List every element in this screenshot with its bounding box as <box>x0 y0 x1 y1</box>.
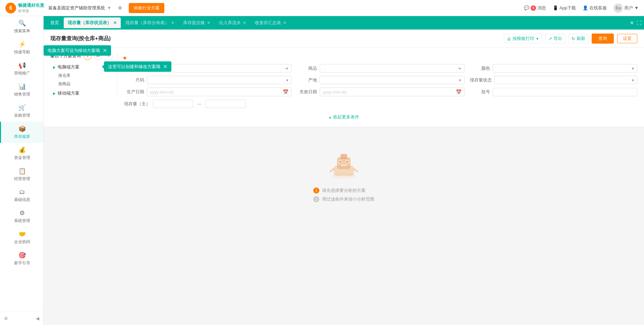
sidebar-item-basic-info[interactable]: 🗂 基础信息 <box>0 185 43 206</box>
tab-home[interactable]: 首页 <box>46 17 63 28</box>
tooltip-create-scheme: 这里可以创建和修改方案哦 ✕ <box>104 61 171 72</box>
trial-button[interactable]: 体验行业方案 <box>129 3 164 13</box>
empty-tips: 1 请先选择要分析的方案 2 用过滤条件来缩小分析范围 <box>313 187 374 202</box>
operations-icon: 📋 <box>18 167 26 175</box>
goods-more-icon: ⋯ <box>458 66 462 71</box>
set-button[interactable]: 设置 <box>617 34 637 43</box>
svg-line-9 <box>330 169 334 171</box>
app-download-item[interactable]: 📱 App下载 <box>553 5 576 11</box>
sidebar-item-label: 营销推广 <box>14 70 30 76</box>
stock-main-to[interactable] <box>206 100 246 108</box>
stock-status-select[interactable] <box>494 76 637 84</box>
empty-tip-2: 2 用过滤条件来缩小分析范围 <box>313 196 374 202</box>
scheme-item-by-warehouse[interactable]: 按仓库 <box>50 71 114 80</box>
avatar: Ea <box>613 3 623 13</box>
exp-date-calendar-icon: 📅 <box>456 89 462 95</box>
tooltip-close-create[interactable]: ✕ <box>163 63 167 70</box>
sidebar-item-label: 资金管理 <box>14 155 30 161</box>
system-title-dropdown-icon[interactable]: ▼ <box>107 5 111 10</box>
exp-date-input[interactable]: yyyy-mm-dd 📅 <box>320 88 464 96</box>
tab-in-out-flow[interactable]: 出入库流水 ✕ <box>215 17 250 28</box>
user-menu[interactable]: Ea 用户 ▼ <box>613 3 639 13</box>
tab-batch-account[interactable]: 库存批次账 ✕ <box>179 17 214 28</box>
svg-rect-3 <box>340 154 347 159</box>
sidebar-item-label: 快捷导航 <box>14 49 30 55</box>
sidebar-item-label: 采购管理 <box>14 113 30 118</box>
refresh-button[interactable]: ↻ 刷新 <box>569 34 588 43</box>
mfg-date-calendar-icon: 📅 <box>283 89 288 95</box>
page-header: 现存量查询(按仓库+商品) 🖨 按模板打印 ▼ ↗ 导出 ↻ <box>44 30 644 48</box>
tab-inventory-dist[interactable]: 现存量（库存分布表） ✕ <box>121 17 178 28</box>
tab-fullscreen-icon[interactable]: ⛶ <box>637 20 641 25</box>
collapse-icon: ▲ <box>328 115 332 119</box>
refresh-icon: ↻ <box>572 36 575 41</box>
tab-close-inventory-status[interactable]: ✕ <box>113 20 117 25</box>
sidebar-item-sales-mgmt[interactable]: 📊 销售管理 <box>0 79 43 101</box>
scheme-item-by-goods[interactable]: 按商品 <box>50 80 114 88</box>
sidebar-item-enterprise-coop[interactable]: 🤝 企业协同 <box>0 227 43 248</box>
system-title: 装备及固定资产辅助管理系统 ▼ <box>48 5 111 11</box>
size-select[interactable] <box>147 76 291 84</box>
sidebar-item-label: 系统管理 <box>14 218 30 224</box>
tab-close-receipt-summary[interactable]: ✕ <box>283 20 286 25</box>
template-print-button[interactable]: 🖨 按模板打印 ▼ <box>504 34 542 43</box>
stock-main-from[interactable] <box>153 100 193 108</box>
batch-input[interactable] <box>493 88 637 96</box>
settings-icon[interactable]: ⚙ <box>115 3 125 13</box>
sidebar-item-new-user-guide[interactable]: 🎯 新手引导 <box>0 248 43 269</box>
sidebar-item-label: 库存核算 <box>14 134 30 140</box>
sidebar-item-sales-promo[interactable]: 📢 营销推广 <box>0 58 43 79</box>
sidebar-footer: ⚙ ◀ <box>0 312 43 325</box>
notification-item[interactable]: 💬 6 消息 <box>524 5 546 11</box>
basic-info-icon: 🗂 <box>19 188 25 196</box>
promo-icon: 📢 <box>18 62 26 69</box>
tab-close-inventory-dist[interactable]: ✕ <box>171 20 174 25</box>
scheme-group-mobile-header[interactable]: ▶ 移动端方案 <box>50 89 114 98</box>
export-button[interactable]: ↗ 导出 <box>545 34 565 43</box>
query-button[interactable]: 查询 <box>592 34 614 44</box>
system-icon: ⚙ <box>19 209 25 217</box>
origin-label: 产地 <box>297 77 317 83</box>
quick-nav-icon: ⚡ <box>18 41 26 48</box>
tab-close-in-out-flow[interactable]: ✕ <box>243 20 246 25</box>
mfg-date-input[interactable]: yyyy-mm-dd 📅 <box>147 88 291 96</box>
collapse-btn[interactable]: ▲ 收起更多条件 <box>50 111 637 123</box>
origin-select[interactable] <box>320 76 464 84</box>
tab-close-all-icon[interactable]: ✕ <box>630 20 634 25</box>
sidebar-item-operations-mgmt[interactable]: 📋 经营管理 <box>0 164 43 185</box>
inventory-icon: 📦 <box>18 125 26 132</box>
logo-icon: 6 <box>5 3 16 13</box>
color-select[interactable] <box>493 64 637 72</box>
goods-label: 商品 <box>297 65 317 71</box>
sidebar-item-asset-mgmt[interactable]: 💰 资金管理 <box>0 143 43 164</box>
sidebar-item-label: 新手引导 <box>14 260 30 266</box>
page-actions: 🖨 按模板打印 ▼ ↗ 导出 ↻ 刷新 查询 设置 <box>504 34 637 44</box>
purchase-icon: 🛒 <box>18 104 26 111</box>
sidebar-item-purchase-mgmt[interactable]: 🛒 采购管理 <box>0 101 43 122</box>
warehouse-more-icon: ⋯ <box>284 66 288 71</box>
sidebar-item-inventory-calc[interactable]: 📦 库存核算 <box>0 122 43 143</box>
filter-area: 按以下方案查询 + ✏ ← 这里可以 <box>44 48 644 127</box>
scheme-group-mobile: ▶ 移动端方案 <box>50 89 114 98</box>
tip-num-1: 1 <box>313 187 319 194</box>
sidebar-collapse-icon[interactable]: ◀ <box>36 316 39 321</box>
online-support-item[interactable]: 👤 在线客服 <box>583 5 607 11</box>
tab-close-batch-account[interactable]: ✕ <box>207 20 210 25</box>
sidebar-settings-icon[interactable]: ⚙ <box>4 316 8 321</box>
exp-date-label: 失效日期 <box>297 89 317 95</box>
sidebar-item-system-mgmt[interactable]: ⚙ 系统管理 <box>0 206 43 227</box>
logo-text: 畅捷通好生意 标准版 <box>18 3 44 13</box>
export-icon: ↗ <box>548 36 552 41</box>
size-label: 尺码 <box>124 77 144 83</box>
tooltip-close-pc-mobile[interactable]: ✕ <box>103 47 107 54</box>
user-dropdown-icon: ▼ <box>634 5 639 10</box>
svg-point-6 <box>339 161 341 163</box>
tab-inventory-status[interactable]: 现存量（库存状况表） ✕ <box>64 17 121 28</box>
tab-receipt-summary[interactable]: 收发存汇总表 ✕ <box>251 17 290 28</box>
color-label: 颜色 <box>470 65 490 71</box>
sidebar-item-quick-nav[interactable]: ⚡ 快捷导航 <box>0 37 43 58</box>
sidebar-item-search-menu[interactable]: 🔍 搜索菜单 <box>0 16 43 37</box>
app-icon: 📱 <box>553 5 558 10</box>
notification-label: 消息 <box>537 5 546 11</box>
empty-tip-1: 1 请先选择要分析的方案 <box>313 187 374 194</box>
